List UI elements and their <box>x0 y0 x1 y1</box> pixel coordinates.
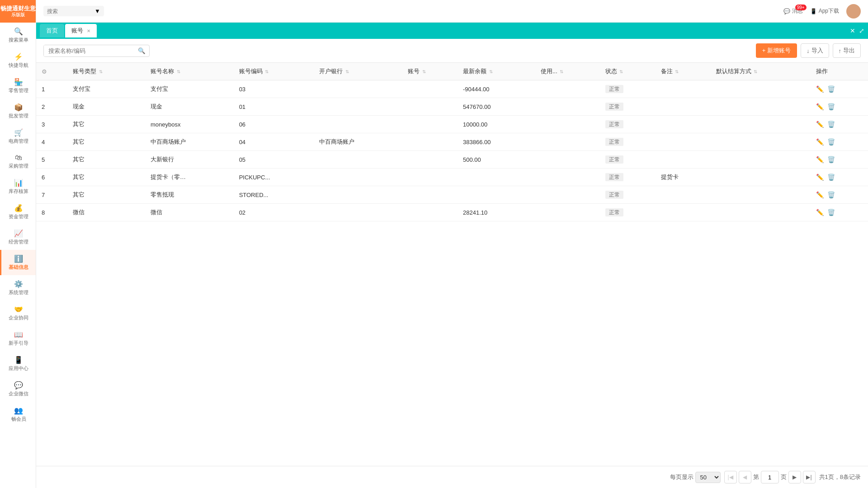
prev-page-btn[interactable]: ◀ <box>739 471 751 483</box>
sidebar-item-enterprise[interactable]: 🤝 企业协同 <box>0 300 36 326</box>
table-row: 8 微信 微信 02 28241.10 正常 ✏️ 🗑️ <box>36 204 868 221</box>
delete-icon[interactable]: 🗑️ <box>827 209 835 216</box>
tab-maximize-icon[interactable]: ⤢ <box>859 27 864 34</box>
user-avatar[interactable] <box>846 4 861 19</box>
search-button[interactable]: 🔍 <box>134 45 149 56</box>
row-type: 其它 <box>67 116 145 133</box>
col-default-settle[interactable]: 默认结算方式 ⇅ <box>711 63 811 80</box>
row-status: 正常 <box>600 133 656 151</box>
sidebar-item-retail[interactable]: 🏪 零售管理 <box>0 73 36 99</box>
search-input[interactable] <box>44 45 134 56</box>
edit-icon[interactable]: ✏️ <box>816 121 824 128</box>
sidebar-item-app_center[interactable]: 📱 应用中心 <box>0 351 36 376</box>
message-button[interactable]: 💬 消息 99+ <box>783 7 803 15</box>
row-usage <box>535 204 600 221</box>
col-bank[interactable]: 开户银行 ⇅ <box>314 63 402 80</box>
sidebar-label-inventory: 库存核算 <box>9 188 28 195</box>
row-balance <box>458 169 535 186</box>
col-account[interactable]: 账号 ⇅ <box>402 63 458 80</box>
row-status: 正常 <box>600 116 656 133</box>
row-action: ✏️ 🗑️ <box>811 133 868 151</box>
table-row: 4 其它 中百商场账户 04 中百商场账户 383866.00 正常 ✏️ 🗑️ <box>36 133 868 151</box>
tab-close-icon[interactable]: ✕ <box>87 28 90 33</box>
col-status[interactable]: 状态 ⇅ <box>600 63 656 80</box>
sidebar-item-search[interactable]: 🔍 搜索菜单 <box>0 23 36 48</box>
col-setting[interactable]: ⚙ <box>36 63 67 80</box>
sidebar-nav: 🔍 搜索菜单 ⚡ 快捷导航 🏪 零售管理 📦 批发管理 🛒 电商管理 🛍 采购管… <box>0 23 36 488</box>
row-type: 支付宝 <box>67 80 145 98</box>
app-logo: 畅捷通财生意 乐版版 <box>0 0 36 23</box>
import-button[interactable]: ↓ 导入 <box>801 43 829 58</box>
edit-icon[interactable]: ✏️ <box>816 138 824 145</box>
row-no: 3 <box>36 116 67 133</box>
row-action: ✏️ 🗑️ <box>811 151 868 169</box>
status-badge: 正常 <box>605 120 623 128</box>
current-page-input[interactable] <box>761 471 779 483</box>
edit-icon[interactable]: ✏️ <box>816 103 824 110</box>
row-account <box>402 98 458 116</box>
sidebar-item-guide[interactable]: 📖 新手引导 <box>0 326 36 351</box>
tab-account[interactable]: 账号 ✕ <box>65 24 97 38</box>
sidebar-item-shortcut[interactable]: ⚡ 快捷导航 <box>0 48 36 73</box>
sidebar-item-wholesale[interactable]: 📦 批发管理 <box>0 99 36 124</box>
row-no: 2 <box>36 98 67 116</box>
per-page-dropdown[interactable]: 50 100 200 <box>695 472 721 483</box>
col-name[interactable]: 账号名称 ⇅ <box>145 63 234 80</box>
table-setting-icon[interactable]: ⚙ <box>42 68 47 75</box>
edit-icon[interactable]: ✏️ <box>816 174 824 181</box>
col-code[interactable]: 账号编码 ⇅ <box>234 63 314 80</box>
row-action: ✏️ 🗑️ <box>811 169 868 186</box>
edit-icon[interactable]: ✏️ <box>816 209 824 216</box>
row-name: 提货卡（零… <box>145 169 234 186</box>
edit-icon[interactable]: ✏️ <box>816 85 824 93</box>
action-icons: ✏️ 🗑️ <box>816 103 863 110</box>
col-usage[interactable]: 使用... ⇅ <box>535 63 600 80</box>
edit-icon[interactable]: ✏️ <box>816 156 824 163</box>
sidebar-item-members[interactable]: 👥 畅会员 <box>0 402 36 427</box>
col-balance[interactable]: 最新余额 ⇅ <box>458 63 535 80</box>
tab-home[interactable]: 首页 <box>40 24 64 38</box>
row-bank <box>314 116 402 133</box>
col-type[interactable]: 账号类型 ⇅ <box>67 63 145 80</box>
export-button[interactable]: ↑ 导出 <box>833 43 861 58</box>
sidebar-item-operations[interactable]: 📈 经营管理 <box>0 225 36 250</box>
status-badge: 正常 <box>605 85 623 93</box>
row-usage <box>535 80 600 98</box>
sidebar-item-inventory[interactable]: 📊 库存核算 <box>0 174 36 199</box>
row-code: 06 <box>234 116 314 133</box>
tab-close-window-icon[interactable]: ✕ <box>850 27 855 34</box>
action-icons: ✏️ 🗑️ <box>816 138 863 145</box>
delete-icon[interactable]: 🗑️ <box>827 156 835 163</box>
sidebar-icon-shortcut: ⚡ <box>14 52 23 61</box>
col-remark[interactable]: 备注 ⇅ <box>656 63 711 80</box>
col-action: 操作 <box>811 63 868 80</box>
next-page-btn[interactable]: ▶ <box>788 471 801 483</box>
delete-icon[interactable]: 🗑️ <box>827 174 835 181</box>
delete-icon[interactable]: 🗑️ <box>827 121 835 128</box>
sidebar-label-system: 系统管理 <box>9 289 28 296</box>
delete-icon[interactable]: 🗑️ <box>827 103 835 110</box>
delete-icon[interactable]: 🗑️ <box>827 85 835 93</box>
row-bank <box>314 186 402 204</box>
app-download-button[interactable]: 📱 App下载 <box>810 7 839 15</box>
sidebar-item-finance[interactable]: 💰 资金管理 <box>0 199 36 225</box>
sidebar-item-basic[interactable]: ℹ️ 基础信息 <box>0 250 36 275</box>
sidebar-item-ecommerce[interactable]: 🛒 电商管理 <box>0 124 36 149</box>
add-account-button[interactable]: + 新增账号 <box>756 43 797 58</box>
sidebar-item-system[interactable]: ⚙️ 系统管理 <box>0 275 36 300</box>
last-page-btn[interactable]: ▶| <box>803 471 816 483</box>
row-default-settle <box>711 204 811 221</box>
sidebar-item-purchase[interactable]: 🛍 采购管理 <box>0 149 36 174</box>
first-page-btn[interactable]: |◀ <box>724 471 737 483</box>
sidebar-item-corp_wechat[interactable]: 💬 企业微信 <box>0 376 36 402</box>
total-label: 共1页，8条记录 <box>819 473 861 481</box>
status-badge: 正常 <box>605 138 623 146</box>
delete-icon[interactable]: 🗑️ <box>827 191 835 198</box>
delete-icon[interactable]: 🗑️ <box>827 138 835 145</box>
row-no: 1 <box>36 80 67 98</box>
edit-icon[interactable]: ✏️ <box>816 191 824 198</box>
main-content: ▼ 💬 消息 99+ 📱 App下载 首页 账号 ✕ ✕ ⤢ <box>36 0 868 488</box>
topbar-search-input[interactable] <box>47 8 92 14</box>
sidebar-label-guide: 新手引导 <box>9 340 28 347</box>
table-row: 2 现金 现金 01 547670.00 正常 ✏️ 🗑️ <box>36 98 868 116</box>
